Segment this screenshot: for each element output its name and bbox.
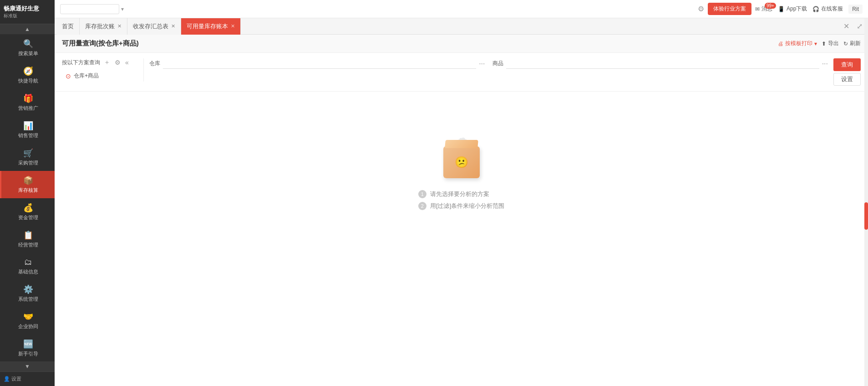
filter-actions: 查询 设置 bbox=[833, 58, 861, 86]
settings-icon: 👤 bbox=[4, 376, 10, 382]
tabs-bar: 首页库存批次账✕收发存汇总表✕可用量库存账本✕✕⤢ bbox=[55, 18, 868, 35]
app-download-button[interactable]: 📱 App下载 bbox=[778, 5, 807, 13]
export-button[interactable]: ⬆ 导出 bbox=[822, 40, 839, 47]
product-input[interactable] bbox=[506, 58, 819, 69]
warehouse-more-button[interactable]: ··· bbox=[479, 60, 485, 68]
sidebar-item-sales[interactable]: 📊 销售管理 bbox=[0, 116, 55, 144]
print-icon: 🖨 bbox=[778, 41, 783, 47]
tab-receipt-summary[interactable]: 收发存汇总表✕ bbox=[127, 18, 181, 35]
edit-scheme-button[interactable]: ⚙ bbox=[114, 59, 122, 66]
chevron-down-icon[interactable]: ▾ bbox=[121, 6, 124, 12]
empty-illustration: ☁ bbox=[434, 128, 489, 183]
enterprise-label: 企业协同 bbox=[18, 323, 38, 330]
tab-home[interactable]: 首页 bbox=[56, 18, 80, 35]
refresh-icon: ↻ bbox=[843, 41, 848, 47]
product-label: 商品 bbox=[492, 60, 503, 67]
enterprise-icon: 🤝 bbox=[23, 312, 33, 322]
sidebar-item-finance[interactable]: 💰 资金管理 bbox=[0, 198, 55, 226]
tab-label-receipt-summary: 收发存汇总表 bbox=[133, 22, 168, 31]
logo-title: 畅康通好生意 bbox=[4, 5, 51, 13]
sidebar-item-search[interactable]: 🔍 搜索菜单 bbox=[0, 34, 55, 62]
scheme-item-warehouse-product[interactable]: ⊙ 仓库+商品 bbox=[62, 70, 138, 82]
user-menu-button[interactable]: Rit bbox=[848, 5, 863, 14]
message-button[interactable]: ✉ 消息 99+ bbox=[755, 5, 772, 13]
sidebar: 畅康通好生意 标准版 ▲ 🔍 搜索菜单 🧭 快捷导航 🎁 营销推广 📊 销售管理… bbox=[0, 0, 55, 386]
product-field: 商品 ··· bbox=[492, 58, 828, 69]
add-scheme-button[interactable]: ＋ bbox=[103, 58, 111, 67]
refresh-label: 刷新 bbox=[850, 40, 861, 47]
quick-nav-label: 快捷导航 bbox=[18, 77, 38, 84]
topbar-breadcrumb: ▾ bbox=[60, 4, 694, 14]
sidebar-scroll-down[interactable]: ▼ bbox=[0, 361, 55, 371]
filter-right: 仓库 ··· 商品 ··· bbox=[149, 58, 828, 69]
filter-scheme-label: 按以下方案查询 bbox=[62, 59, 100, 67]
collapse-scheme-button[interactable]: « bbox=[124, 59, 130, 66]
sidebar-bottom[interactable]: 👤 设置 bbox=[0, 371, 55, 386]
scrollbar-thumb[interactable] bbox=[864, 202, 868, 230]
basic-icon: 🗂 bbox=[24, 257, 32, 267]
search-label: 搜索菜单 bbox=[18, 50, 38, 57]
finance-icon: 💰 bbox=[23, 203, 33, 213]
tab-close-batch-account[interactable]: ✕ bbox=[117, 23, 122, 29]
online-service-button[interactable]: 🎧 在线客服 bbox=[812, 5, 843, 13]
service-label: 在线客服 bbox=[821, 5, 843, 13]
warehouse-field: 仓库 ··· bbox=[149, 58, 485, 69]
app-label: App下载 bbox=[787, 5, 807, 13]
sidebar-logo: 畅康通好生意 标准版 bbox=[0, 0, 55, 24]
empty-state: ☁ 1 请先选择要分析的方案 2 用[过滤]条件来缩小分析范围 bbox=[55, 92, 868, 247]
export-label: 导出 bbox=[828, 40, 839, 47]
sidebar-item-newbie[interactable]: 🆕 新手引导 bbox=[0, 335, 55, 361]
page-title: 可用量查询(按仓库+商品) bbox=[62, 39, 139, 48]
sidebar-item-quick-nav[interactable]: 🧭 快捷导航 bbox=[0, 62, 55, 89]
content-area: 可用量查询(按仓库+商品) 🖨 按模板打印 ▾ ⬆ 导出 ↻ 刷新 bbox=[55, 35, 868, 386]
settings-button[interactable]: 设置 bbox=[833, 73, 861, 86]
purchase-icon: 🛒 bbox=[23, 148, 33, 158]
newbie-label: 新手引导 bbox=[18, 350, 38, 357]
sidebar-scroll-up[interactable]: ▲ bbox=[0, 24, 55, 34]
tip-text-2: 用[过滤]条件来缩小分析范围 bbox=[430, 202, 504, 210]
sidebar-item-enterprise[interactable]: 🤝 企业协同 bbox=[0, 307, 55, 335]
tab-label-home: 首页 bbox=[62, 22, 74, 31]
filter-left: 按以下方案查询 ＋ ⚙ « ⊙ 仓库+商品 bbox=[62, 58, 144, 82]
logo-sub: 标准版 bbox=[4, 13, 51, 19]
template-print-button[interactable]: 🖨 按模板打印 ▾ bbox=[778, 40, 817, 47]
filter-panel: 按以下方案查询 ＋ ⚙ « ⊙ 仓库+商品 仓库 ··· bbox=[55, 53, 868, 92]
tab-label-batch-account: 库存批次账 bbox=[85, 22, 115, 31]
query-button[interactable]: 查询 bbox=[833, 58, 861, 71]
marketing-label: 营销推广 bbox=[18, 105, 38, 112]
sales-icon: 📊 bbox=[23, 121, 33, 131]
sidebar-item-inventory[interactable]: 📦 库存核算 bbox=[0, 171, 55, 198]
basic-label: 基础信息 bbox=[18, 268, 38, 275]
sidebar-item-system[interactable]: ⚙️ 系统管理 bbox=[0, 280, 55, 307]
tab-close-available-ledger[interactable]: ✕ bbox=[231, 23, 235, 29]
inventory-label: 库存核算 bbox=[18, 187, 38, 194]
tip-number-2: 2 bbox=[418, 202, 426, 210]
sidebar-item-operation[interactable]: 📋 经营管理 bbox=[0, 226, 55, 253]
warehouse-input[interactable] bbox=[163, 58, 476, 69]
scheme-icon: ⊙ bbox=[66, 72, 71, 80]
newbie-icon: 🆕 bbox=[23, 339, 33, 349]
tip-number-1: 1 bbox=[418, 190, 426, 198]
product-more-button[interactable]: ··· bbox=[822, 60, 828, 68]
system-icon: ⚙️ bbox=[23, 284, 33, 294]
scheme-label: 仓库+商品 bbox=[74, 72, 99, 80]
tab-close-receipt-summary[interactable]: ✕ bbox=[171, 23, 175, 29]
industry-solution-button[interactable]: 体验行业方案 bbox=[708, 3, 751, 15]
tabs-close-all-button[interactable]: ✕ bbox=[840, 22, 853, 31]
empty-tip-2: 2 用[过滤]条件来缩小分析范围 bbox=[418, 202, 504, 210]
gear-icon[interactable]: ⚙ bbox=[698, 5, 704, 13]
right-scrollbar[interactable] bbox=[864, 18, 868, 386]
sidebar-item-basic[interactable]: 🗂 基础信息 bbox=[0, 253, 55, 280]
search-input[interactable] bbox=[60, 4, 119, 14]
sidebar-item-purchase[interactable]: 🛒 采购管理 bbox=[0, 144, 55, 171]
warehouse-label: 仓库 bbox=[149, 60, 160, 67]
search-icon: 🔍 bbox=[23, 39, 33, 49]
tab-available-ledger[interactable]: 可用量库存账本✕ bbox=[181, 18, 241, 35]
service-icon: 🎧 bbox=[812, 6, 819, 12]
sidebar-item-marketing[interactable]: 🎁 营销推广 bbox=[0, 89, 55, 116]
message-badge: 99+ bbox=[765, 3, 776, 9]
tab-batch-account[interactable]: 库存批次账✕ bbox=[80, 18, 127, 35]
filter-scheme-title: 按以下方案查询 ＋ ⚙ « bbox=[62, 58, 138, 67]
refresh-button[interactable]: ↻ 刷新 bbox=[843, 40, 861, 47]
empty-tips: 1 请先选择要分析的方案 2 用[过滤]条件来缩小分析范围 bbox=[418, 190, 504, 210]
